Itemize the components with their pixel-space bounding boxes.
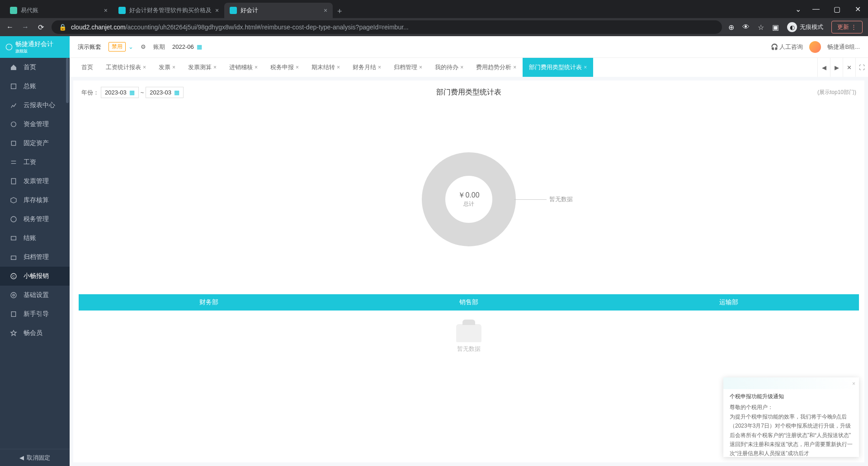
- brand-logo[interactable]: 畅捷通好会计 旗舰版: [0, 36, 70, 58]
- tab-fin-close[interactable]: 财务月结×: [346, 58, 387, 77]
- close-icon[interactable]: ×: [584, 64, 587, 71]
- tab-cost-trend[interactable]: 费用趋势分析×: [470, 58, 523, 77]
- salary-icon: [10, 159, 17, 166]
- favicon-icon: [118, 7, 126, 14]
- donut-chart: ￥0.00 总计 暂无数据: [73, 104, 864, 294]
- close-icon[interactable]: ×: [852, 379, 855, 388]
- browser-tab-active[interactable]: 好会计 ×: [224, 3, 333, 18]
- url-domain: cloud2.chanjet.com: [71, 24, 126, 31]
- tab-todo[interactable]: 我的待办×: [429, 58, 470, 77]
- tabs-close-all-icon[interactable]: ✕: [843, 58, 855, 77]
- sidebar-item-assets[interactable]: 固定资产: [0, 134, 70, 153]
- disable-badge[interactable]: 禁用: [108, 42, 126, 52]
- close-icon[interactable]: ×: [172, 64, 175, 71]
- bookmark-star-icon[interactable]: ☆: [758, 23, 764, 32]
- eye-off-icon[interactable]: 👁: [742, 23, 750, 31]
- chevron-down-icon[interactable]: ⌄: [128, 43, 133, 50]
- zoom-icon[interactable]: ⊕: [728, 23, 734, 32]
- guide-icon: [10, 311, 17, 318]
- favicon-icon: [10, 7, 17, 14]
- maximize-icon[interactable]: ▢: [826, 0, 847, 18]
- fullscreen-icon[interactable]: ⛶: [855, 58, 868, 77]
- sidebar-item-inventory[interactable]: 库存核算: [0, 191, 70, 210]
- browser-tab[interactable]: 好会计财务管理软件购买价格及 ×: [113, 3, 224, 18]
- close-icon[interactable]: ×: [215, 7, 219, 14]
- minimize-icon[interactable]: ―: [806, 0, 826, 18]
- tab-home[interactable]: 首页: [75, 58, 99, 77]
- close-icon[interactable]: ×: [324, 7, 327, 14]
- tablist-dropdown-icon[interactable]: ⌄: [790, 0, 806, 18]
- tab-title: 易代账: [21, 6, 100, 14]
- close-icon[interactable]: ×: [337, 64, 340, 71]
- sidebar-item-funds[interactable]: 资金管理: [0, 115, 70, 134]
- update-button[interactable]: 更新 ⋮: [831, 21, 863, 33]
- reload-icon[interactable]: ⟳: [36, 23, 45, 32]
- tab-dept-cost-type[interactable]: 部门费用类型统计表×: [523, 58, 593, 77]
- tabs-prev-icon[interactable]: ◀: [817, 58, 830, 77]
- user-name[interactable]: 畅捷通B组...: [827, 43, 860, 51]
- leader-line: [514, 199, 547, 200]
- donut-center-label: ￥0.00 总计: [458, 191, 479, 208]
- account-name[interactable]: 演示账套: [78, 43, 101, 51]
- gear-icon[interactable]: ⚙: [141, 43, 146, 50]
- close-icon[interactable]: ×: [143, 64, 146, 71]
- closing-icon: [10, 235, 17, 242]
- sidebar-item-salary[interactable]: 工资: [0, 153, 70, 172]
- inventory-icon: [10, 197, 17, 204]
- donut-empty-label: 暂无数据: [549, 195, 573, 203]
- favicon-icon: [230, 7, 237, 14]
- sidebar-item-reimburse[interactable]: C小畅报销: [0, 267, 70, 286]
- sidebar-item-report[interactable]: 云报表中心: [0, 96, 70, 115]
- back-icon[interactable]: ←: [5, 23, 14, 31]
- date-separator: ~: [141, 89, 144, 96]
- sidebar-item-guide[interactable]: 新手引导: [0, 305, 70, 324]
- close-icon[interactable]: ×: [104, 7, 108, 14]
- tab-invoice-calc[interactable]: 发票测算×: [182, 58, 223, 77]
- close-icon[interactable]: ×: [460, 64, 463, 71]
- forward-icon[interactable]: →: [21, 23, 30, 31]
- tab-audit[interactable]: 进销稽核×: [223, 58, 264, 77]
- gear-icon: [10, 292, 17, 299]
- dept-header-cell: 运输部: [599, 298, 859, 306]
- sidebar-item-home[interactable]: 首页: [0, 58, 70, 77]
- close-icon[interactable]: ×: [213, 64, 217, 71]
- reading-list-icon[interactable]: ▣: [772, 23, 779, 32]
- tab-period-close[interactable]: 期末结转×: [305, 58, 346, 77]
- svg-rect-3: [11, 141, 15, 145]
- sidebar-item-ledger[interactable]: 总账: [0, 77, 70, 96]
- close-icon[interactable]: ×: [513, 64, 516, 71]
- tab-tax-filing[interactable]: 税务申报×: [264, 58, 305, 77]
- tab-invoice[interactable]: 发票×: [152, 58, 182, 77]
- url-input[interactable]: 🔒 cloud2.chanjet.com/accounting/uh26t264…: [52, 20, 722, 34]
- tax-icon: [10, 216, 17, 223]
- empty-label: 暂无数据: [73, 345, 864, 353]
- sidebar-item-tax[interactable]: 税务管理: [0, 210, 70, 229]
- sidebar-item-archive[interactable]: 归档管理: [0, 248, 70, 267]
- incognito-icon: ◐: [787, 22, 797, 32]
- sidebar-item-settings[interactable]: 基础设置: [0, 286, 70, 305]
- avatar[interactable]: [809, 41, 821, 53]
- period-picker[interactable]: 2022-06 ▦: [172, 43, 202, 50]
- sidebar-item-member[interactable]: 畅会员: [0, 324, 70, 343]
- address-bar: ← → ⟳ 🔒 cloud2.chanjet.com/accounting/uh…: [0, 18, 868, 36]
- close-icon[interactable]: ×: [255, 64, 258, 71]
- sidebar-item-invoice[interactable]: 发票管理: [0, 172, 70, 191]
- calendar-icon: ▦: [174, 89, 179, 96]
- close-icon[interactable]: ×: [419, 64, 422, 71]
- tabs-next-icon[interactable]: ▶: [830, 58, 843, 77]
- date-to-input[interactable]: 2023-03▦: [146, 87, 184, 98]
- tab-archive[interactable]: 归档管理×: [387, 58, 429, 77]
- tab-salary-report[interactable]: 工资统计报表×: [99, 58, 152, 77]
- sidebar-scrollbar[interactable]: [66, 58, 69, 103]
- support-button[interactable]: 🎧 人工咨询: [771, 43, 803, 51]
- browser-tab[interactable]: 易代账 ×: [5, 3, 113, 18]
- close-icon[interactable]: ×: [378, 64, 381, 71]
- close-icon[interactable]: ×: [296, 64, 299, 71]
- close-window-icon[interactable]: ✕: [847, 0, 868, 18]
- date-from-input[interactable]: 2023-03▦: [101, 87, 139, 98]
- brand-sub: 旗舰版: [15, 48, 53, 54]
- sidebar-item-closing[interactable]: 结账: [0, 229, 70, 248]
- sidebar-unpin-button[interactable]: ◀ 取消固定: [0, 449, 70, 466]
- page-title: 部门费用类型统计表: [436, 88, 501, 97]
- new-tab-button[interactable]: +: [333, 5, 346, 18]
